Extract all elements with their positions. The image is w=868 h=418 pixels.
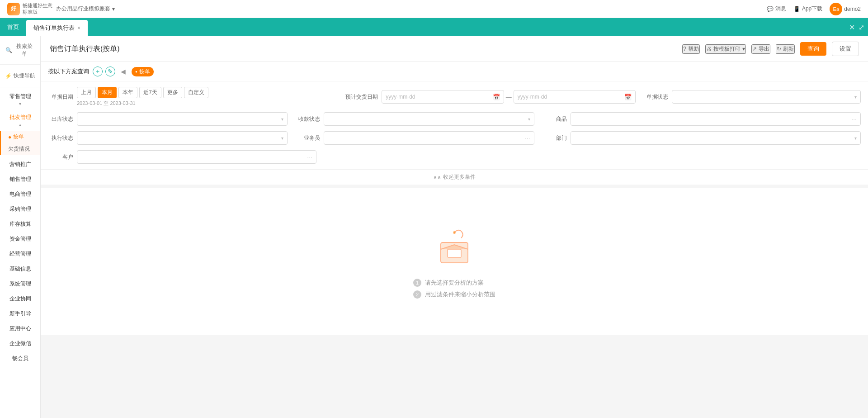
more-icon-customer[interactable]: ··· bbox=[307, 153, 312, 161]
expected-date-label: 预计交货日期 bbox=[345, 93, 378, 101]
filter-item-collection: 收款状态 ▾ bbox=[295, 112, 534, 126]
empty-tips: 1 请先选择要分析的方案 2 用过滤条件来缩小分析范围 bbox=[413, 279, 495, 299]
collapse-scheme-button[interactable]: ◀ bbox=[118, 66, 128, 76]
sidebar-item-quicknav[interactable]: ⚡ 快捷导航 bbox=[0, 68, 40, 83]
date-last-month-button[interactable]: 上月 bbox=[77, 87, 96, 98]
settings-button[interactable]: 设置 bbox=[832, 42, 859, 56]
export-button[interactable]: ↗ 导出 bbox=[751, 44, 770, 54]
customer-label: 客户 bbox=[48, 153, 73, 161]
sidebar-item-marketing[interactable]: 营销推广 bbox=[0, 157, 40, 172]
date-selector: 上月 本月 本年 近7天 更多 自定义 bbox=[77, 87, 338, 98]
execution-select[interactable]: ▾ bbox=[77, 131, 288, 145]
filter-row-3: 执行状态 ▾ 业务员 ··· 部门 bbox=[48, 131, 861, 145]
sidebar-item-wechat[interactable]: 企业微信 bbox=[0, 336, 40, 351]
customer-input[interactable]: ··· bbox=[77, 150, 316, 164]
search-button[interactable]: 查询 bbox=[800, 42, 826, 56]
svg-rect-1 bbox=[448, 249, 461, 257]
date-field-label: 单据日期 bbox=[48, 93, 73, 101]
sidebar-item-newbie[interactable]: 新手引导 bbox=[0, 306, 40, 321]
page-actions: ? 帮助 🖨 按模板打印 ▾ ↗ 导出 ↻ 刷新 查询 bbox=[682, 42, 859, 56]
department-select[interactable]: ▾ bbox=[571, 131, 861, 145]
main-layout: 🔍 搜索菜单 ⚡ 快捷导航 零售管理 ▾ 批发管理 ▴ ● 按单 bbox=[0, 36, 868, 418]
date-current-month-button[interactable]: 本月 bbox=[98, 87, 117, 98]
date-more-button[interactable]: 更多 bbox=[163, 87, 182, 98]
sidebar-item-basic[interactable]: 基础信息 bbox=[0, 261, 40, 276]
date-start-field[interactable]: yyyy-mm-dd 📅 bbox=[382, 90, 504, 104]
filter-item-date: 单据日期 上月 本月 本年 近7天 更多 自定义 2023-03-01 至 20… bbox=[48, 87, 338, 107]
tab-bar-actions: ✕ ⤢ bbox=[849, 23, 868, 32]
edit-scheme-button[interactable]: ✎ bbox=[105, 66, 115, 76]
sidebar-item-vip[interactable]: 畅会员 bbox=[0, 351, 40, 366]
calendar-icon-2: 📅 bbox=[624, 94, 632, 100]
empty-icon bbox=[432, 224, 477, 270]
product-label: 商品 bbox=[542, 115, 567, 123]
chevron-down-icon-status: ▾ bbox=[854, 95, 857, 100]
tab-maximize-button[interactable]: ⤢ bbox=[859, 23, 864, 32]
sidebar-item-operations[interactable]: 经营管理 bbox=[0, 247, 40, 261]
app-download-button[interactable]: 📱 App下载 bbox=[793, 5, 822, 13]
tab-close-icon[interactable]: × bbox=[77, 25, 80, 31]
collection-select[interactable]: ▾ bbox=[324, 112, 534, 126]
sidebar-item-purchase[interactable]: 采购管理 bbox=[0, 202, 40, 217]
help-button[interactable]: ? 帮助 bbox=[682, 44, 700, 54]
message-button[interactable]: 💬 消息 bbox=[767, 5, 786, 13]
add-scheme-button[interactable]: + bbox=[93, 66, 103, 76]
export-icon: ↗ bbox=[752, 46, 757, 52]
sidebar-item-inventory[interactable]: 库存核算 bbox=[0, 217, 40, 232]
user-profile[interactable]: Ea demo2 bbox=[830, 3, 861, 15]
empty-state: 1 请先选择要分析的方案 2 用过滤条件来缩小分析范围 bbox=[41, 188, 868, 335]
sidebar-item-system[interactable]: 系统管理 bbox=[0, 276, 40, 291]
print-button[interactable]: 🖨 按模板打印 ▾ bbox=[705, 44, 746, 54]
sidebar-sub-item-debt[interactable]: 欠货情况 bbox=[1, 143, 40, 155]
sidebar-item-ecommerce[interactable]: 电商管理 bbox=[0, 187, 40, 202]
chevron-up-icon-collapse: ∧∧ bbox=[433, 174, 441, 180]
more-icon-product[interactable]: ··· bbox=[851, 115, 857, 123]
quicknav-icon: ⚡ bbox=[5, 73, 12, 79]
search-menu-button[interactable]: 🔍 搜索菜单 bbox=[4, 41, 37, 60]
more-icon-salesperson[interactable]: ··· bbox=[525, 134, 530, 142]
empty-tip-1: 1 请先选择要分析的方案 bbox=[413, 279, 495, 287]
sidebar-item-finance[interactable]: 资金管理 bbox=[0, 232, 40, 247]
sidebar-sub-item-order[interactable]: ● 按单 bbox=[1, 131, 40, 143]
scheme-label: 按以下方案查询 bbox=[48, 67, 89, 76]
sidebar-item-enterprise[interactable]: 企业协同 bbox=[0, 291, 40, 306]
sidebar-search: 🔍 搜索菜单 bbox=[0, 36, 40, 65]
app-download-icon: 📱 bbox=[793, 6, 800, 12]
tip-number-2: 2 bbox=[413, 290, 421, 299]
scheme-actions: + ✎ ◀ bbox=[93, 66, 128, 76]
chevron-down-icon-collection: ▾ bbox=[528, 117, 530, 122]
execution-label: 执行状态 bbox=[48, 134, 73, 142]
outbound-select[interactable]: ▾ bbox=[77, 112, 288, 126]
tab-close-button[interactable]: ✕ bbox=[849, 23, 855, 32]
filter-body: 单据日期 上月 本月 本年 近7天 更多 自定义 2023-03-01 至 20… bbox=[41, 81, 868, 169]
status-select[interactable]: ▾ bbox=[672, 90, 861, 104]
empty-tip-2: 2 用过滤条件来缩小分析范围 bbox=[413, 290, 495, 299]
date-last-7days-button[interactable]: 近7天 bbox=[139, 87, 161, 98]
top-bar-left: 好 畅捷通好生意 标准版 办公用品行业模拟账套 ▾ bbox=[7, 3, 115, 15]
collapse-more-label: 收起更多条件 bbox=[443, 173, 476, 181]
tab-sales-order-exec[interactable]: 销售订单执行表 × bbox=[26, 20, 88, 36]
filter-item-department: 部门 ▾ bbox=[542, 131, 861, 145]
outbound-label: 出库状态 bbox=[48, 115, 73, 123]
date-current-year-button[interactable]: 本年 bbox=[118, 87, 137, 98]
workspace-selector[interactable]: 办公用品行业模拟账套 ▾ bbox=[56, 5, 115, 13]
date-input-expected: yyyy-mm-dd 📅 — yyyy-mm-dd 📅 bbox=[382, 90, 636, 104]
page-header: 销售订单执行表(按单) ? 帮助 🖨 按模板打印 ▾ ↗ 导出 ↻ 刷新 bbox=[41, 36, 868, 62]
salesperson-input[interactable]: ··· bbox=[324, 131, 534, 145]
department-label: 部门 bbox=[542, 134, 567, 142]
filter-row-4: 客户 ··· bbox=[48, 150, 861, 164]
date-custom-button[interactable]: 自定义 bbox=[184, 87, 208, 98]
filter-item-execution: 执行状态 ▾ bbox=[48, 131, 288, 145]
sidebar-item-appstore[interactable]: 应用中心 bbox=[0, 321, 40, 336]
filter-header: 按以下方案查询 + ✎ ◀ 按单 bbox=[41, 62, 868, 81]
sidebar-item-retail[interactable]: 零售管理 ▾ bbox=[0, 89, 40, 110]
tab-home-label: 首页 bbox=[7, 23, 19, 31]
date-end-field[interactable]: yyyy-mm-dd 📅 bbox=[514, 90, 636, 104]
product-input[interactable]: ··· bbox=[571, 112, 861, 126]
message-icon: 💬 bbox=[767, 6, 774, 12]
collapse-more-bar[interactable]: ∧∧ 收起更多条件 bbox=[41, 169, 868, 185]
sidebar-item-wholesale[interactable]: 批发管理 ▴ bbox=[0, 110, 40, 131]
refresh-button[interactable]: ↻ 刷新 bbox=[776, 44, 795, 54]
tab-home[interactable]: 首页 bbox=[0, 18, 26, 36]
sidebar-item-sales[interactable]: 销售管理 bbox=[0, 172, 40, 187]
